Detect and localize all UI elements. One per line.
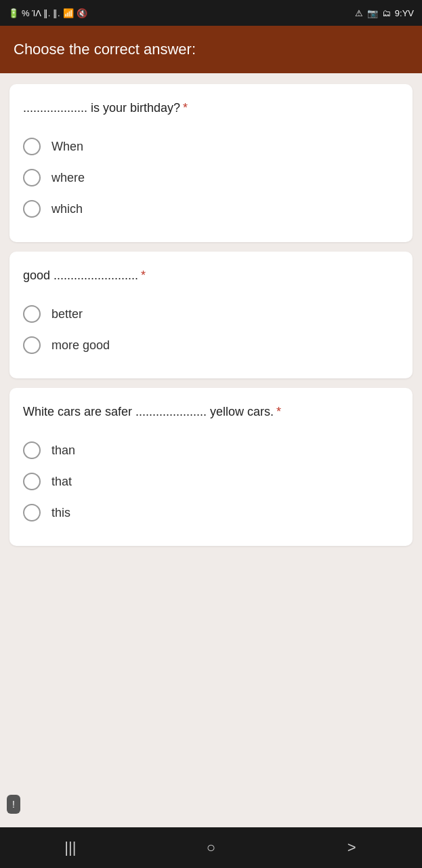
- option-label-q1-where: where: [51, 171, 85, 185]
- option-label-q2-better: better: [51, 307, 83, 321]
- status-left: 🔋 % ΊΛ ‖. ‖. 📶 🔇: [8, 8, 87, 18]
- option-label-q1-when: When: [51, 140, 83, 154]
- time-display: 9:YV: [395, 8, 414, 18]
- question-card-3: White cars are safer ...................…: [9, 388, 413, 546]
- feedback-icon: !: [12, 799, 15, 810]
- option-q1-which[interactable]: which: [23, 193, 399, 224]
- question-card-1: ................... is your birthday?* W…: [9, 84, 413, 242]
- wifi-icon: 📶: [63, 8, 74, 18]
- option-label-q2-more-good: more good: [51, 338, 110, 353]
- radio-q2-better[interactable]: [23, 305, 41, 323]
- question-text-1: ................... is your birthday?*: [23, 99, 399, 117]
- option-label-q1-which: which: [51, 202, 83, 216]
- camera-icon: 📷: [367, 8, 378, 18]
- nav-back-button[interactable]: |||: [50, 834, 91, 861]
- radio-q2-more-good[interactable]: [23, 336, 41, 354]
- mute-icon: 🔇: [77, 8, 87, 18]
- header-title: Choose the correct answer:: [14, 41, 196, 58]
- battery-icon: 🔋: [8, 8, 19, 18]
- option-q1-when[interactable]: When: [23, 131, 399, 162]
- radio-q3-than[interactable]: [23, 441, 41, 459]
- nav-bar: ||| ○ >: [0, 827, 422, 868]
- feedback-button[interactable]: !: [7, 795, 20, 814]
- question-text-3: White cars are safer ...................…: [23, 403, 399, 421]
- signal-text: % ΊΛ ‖. ‖.: [22, 8, 60, 18]
- option-label-q3-this: this: [51, 506, 70, 520]
- option-q3-that[interactable]: that: [23, 466, 399, 497]
- option-q2-more-good[interactable]: more good: [23, 330, 399, 361]
- question-text-2: good .........................*: [23, 267, 399, 285]
- nav-forward-button[interactable]: >: [331, 834, 372, 861]
- option-label-q3-that: that: [51, 475, 72, 489]
- app-header: Choose the correct answer:: [0, 26, 422, 73]
- required-star-1: *: [183, 101, 188, 115]
- alert-icon: ⚠: [355, 8, 363, 18]
- required-star-3: *: [276, 405, 281, 418]
- option-q1-where[interactable]: where: [23, 162, 399, 193]
- question-card-2: good .........................* better m…: [9, 252, 413, 378]
- main-content: ................... is your birthday?* W…: [0, 73, 422, 827]
- radio-q3-this[interactable]: [23, 504, 41, 521]
- status-right: ⚠ 📷 🗂 9:YV: [355, 8, 414, 18]
- status-bar: 🔋 % ΊΛ ‖. ‖. 📶 🔇 ⚠ 📷 🗂 9:YV: [0, 0, 422, 26]
- option-q3-this[interactable]: this: [23, 497, 399, 528]
- nav-home-button[interactable]: ○: [190, 834, 231, 861]
- radio-q1-where[interactable]: [23, 169, 41, 186]
- required-star-2: *: [141, 269, 146, 282]
- radio-q3-that[interactable]: [23, 473, 41, 490]
- radio-q1-when[interactable]: [23, 138, 41, 155]
- radio-q1-which[interactable]: [23, 200, 41, 218]
- option-label-q3-than: than: [51, 443, 75, 458]
- option-q2-better[interactable]: better: [23, 298, 399, 330]
- folder-icon: 🗂: [382, 8, 391, 18]
- option-q3-than[interactable]: than: [23, 435, 399, 466]
